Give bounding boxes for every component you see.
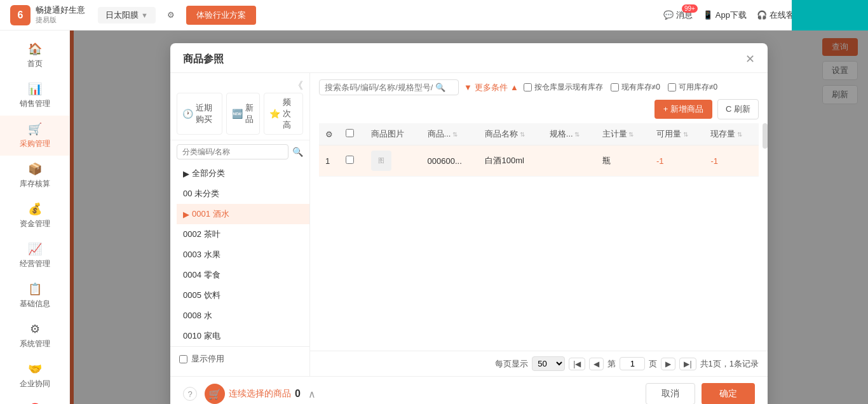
cart-collapse-icon[interactable]: ∧ (308, 388, 316, 400)
sidebar-item-home[interactable]: 🏠 首页 (0, 36, 69, 76)
cat-tea[interactable]: 0002 茶叶 (177, 224, 309, 245)
sidebar-item-sales[interactable]: 📊 销售管理 (0, 76, 69, 116)
warehouse-label: 按仓库显示现有库存 (534, 82, 603, 93)
scrollbar-thumb[interactable] (763, 123, 768, 149)
notification-area[interactable]: 💬 消息 99+ (663, 10, 693, 21)
cat-liquor[interactable]: ▶ 0001 酒水 (177, 204, 309, 224)
total-label: 共1页，1条记录 (700, 358, 759, 370)
logo-text: 畅捷通好生意 (36, 5, 85, 16)
product-thumbnail: 图 (371, 151, 391, 171)
page-number-input[interactable] (620, 357, 645, 370)
col-spec[interactable]: 规格... (543, 123, 596, 145)
stock-nonzero-label: 现有库存≠0 (621, 82, 660, 93)
cart-icon[interactable]: 🛒 (205, 384, 225, 404)
sidebar-item-finance[interactable]: 💰 资金管理 (0, 196, 69, 236)
collab-icon: 🤝 (28, 362, 42, 376)
select-all-checkbox[interactable] (346, 129, 354, 137)
sidebar-item-business[interactable]: 📈 经营管理 (0, 236, 69, 276)
cat-uncategorized[interactable]: 00 未分类 (177, 184, 309, 204)
cart-count: 0 (295, 388, 301, 400)
show-disabled-area: 显示停用 (170, 346, 309, 371)
sidebar-item-purchase[interactable]: 🛒 采购管理 (0, 116, 69, 156)
col-unit[interactable]: 主计量 (596, 123, 650, 145)
show-disabled-checkbox[interactable] (179, 355, 187, 363)
col-code[interactable]: 商品... (421, 123, 479, 145)
sidebar: 🏠 首页 📊 销售管理 🛒 采购管理 📦 库存核算 💰 资金管理 📈 经营管理 … (0, 30, 70, 404)
show-disabled-label[interactable]: 显示停用 (191, 353, 224, 365)
last-page-btn[interactable]: ▶| (679, 358, 696, 370)
sidebar-label-business: 经营管理 (20, 259, 50, 269)
sidebar-item-basic[interactable]: 📋 基础信息 (0, 276, 69, 316)
right-toolbar: + 新增商品 C 刷新 (310, 99, 768, 123)
sidebar-label-system: 系统管理 (20, 339, 50, 349)
category-search-icon[interactable]: 🔍 (292, 147, 303, 157)
search-wrap: 🔍 (319, 79, 459, 95)
sidebar-item-inventory[interactable]: 📦 库存核算 (0, 156, 69, 196)
cat-water[interactable]: 0008 水 (177, 306, 309, 326)
exp-button[interactable]: 体验行业方案 (186, 6, 256, 25)
stock-nonzero-checkbox[interactable] (611, 83, 619, 91)
next-page-btn[interactable]: ▶ (661, 358, 675, 370)
available-nonzero-checkbox[interactable] (668, 83, 676, 91)
modal-title: 商品参照 (183, 53, 224, 66)
settings-icon[interactable]: ⚙ (161, 5, 181, 25)
nav-title[interactable]: 日太阳膜 ▼ (98, 7, 156, 24)
content-area: 查询 设置 刷新 商品参照 ✕ 《 (70, 30, 868, 404)
sales-icon: 📊 (28, 82, 42, 96)
filter-warehouse[interactable]: 按仓库显示现有库存 (524, 82, 603, 93)
col-image: 商品图片 (365, 123, 421, 145)
col-name[interactable]: 商品名称 (478, 123, 543, 145)
product-search-input[interactable] (325, 83, 433, 92)
search-icon[interactable]: 🔍 (435, 83, 445, 92)
sidebar-item-collab[interactable]: 🤝 企业协同 (0, 356, 69, 396)
new-product-btn[interactable]: 🆕 新品 (226, 93, 260, 135)
category-search-input[interactable] (177, 144, 288, 159)
collapse-left-icon[interactable]: 《 (293, 79, 303, 93)
filter-stock-nonzero[interactable]: 现有库存≠0 (611, 82, 660, 93)
app-download[interactable]: 📱 App下载 (703, 10, 747, 21)
sidebar-item-guide[interactable]: 🎯 新手引导 (0, 396, 69, 404)
topbar: 6 畅捷通好生意 捷易版 日太阳膜 ▼ ⚙ 体验行业方案 💬 消息 99+ 📱 … (0, 0, 868, 30)
cat-label-uncategorized: 00 未分类 (183, 188, 219, 199)
filter-btn[interactable]: ▼ 更多条件 ▲ (464, 82, 519, 93)
product-reference-modal: 商品参照 ✕ 《 🕐 近期购买 (170, 43, 768, 404)
sidebar-item-system[interactable]: ⚙ 系统管理 (0, 316, 69, 356)
cat-fruit[interactable]: 0003 水果 (177, 245, 309, 265)
logo-icon: 6 (10, 5, 31, 25)
product-table-wrap: ⚙ 商品图片 商品... 商品名称 规格... 主计量 可用量 现存量 (310, 123, 768, 351)
search-bar: 🔍 ▼ 更多条件 ▲ 按仓库显示现有库存 (310, 73, 768, 99)
per-page-select[interactable]: 50 20 100 (532, 356, 565, 371)
recent-icon: 🕐 (182, 109, 193, 119)
col-available[interactable]: 可用量 (650, 123, 704, 145)
filter-up-icon: ▲ (510, 83, 519, 92)
refresh-button[interactable]: C 刷新 (717, 99, 759, 119)
first-page-btn[interactable]: |◀ (569, 358, 585, 370)
filter-available-nonzero[interactable]: 可用库存≠0 (668, 82, 717, 93)
add-product-button[interactable]: + 新增商品 (654, 100, 712, 119)
help-icon[interactable]: ? (183, 387, 197, 401)
business-icon: 📈 (28, 242, 42, 256)
cat-all[interactable]: ▶ 全部分类 (177, 163, 309, 184)
modal-header: 商品参照 ✕ (170, 43, 768, 73)
warehouse-checkbox[interactable] (524, 83, 532, 91)
cat-appliance[interactable]: 0010 家电 (177, 326, 309, 346)
cat-snack[interactable]: 0004 零食 (177, 265, 309, 285)
row-available: -1 (650, 145, 704, 177)
prev-page-btn[interactable]: ◀ (589, 358, 604, 370)
recent-purchase-btn[interactable]: 🕐 近期购买 (177, 93, 222, 135)
col-stock[interactable]: 现存量 (704, 123, 759, 145)
row-select-checkbox[interactable] (346, 156, 354, 164)
modal-close-button[interactable]: ✕ (745, 52, 755, 66)
confirm-button[interactable]: 确定 (702, 383, 755, 404)
frequent-btn[interactable]: ⭐ 频次高 (264, 93, 303, 135)
table-row[interactable]: 1 图 000600... 白酒100ml 瓶 (319, 145, 759, 177)
cat-beverage[interactable]: 0005 饮料 (177, 285, 309, 306)
row-checkbox[interactable] (339, 145, 365, 177)
cancel-button[interactable]: 取消 (646, 383, 695, 404)
cat-label-appliance: 0010 家电 (183, 330, 220, 342)
cart-label: 连续选择的商品 (229, 388, 291, 400)
col-checkbox[interactable] (339, 123, 365, 145)
available-nonzero-label: 可用库存≠0 (679, 82, 717, 93)
col-settings[interactable]: ⚙ (319, 123, 339, 145)
modal-body: 《 🕐 近期购买 🆕 新品 ⭐ (170, 73, 768, 376)
